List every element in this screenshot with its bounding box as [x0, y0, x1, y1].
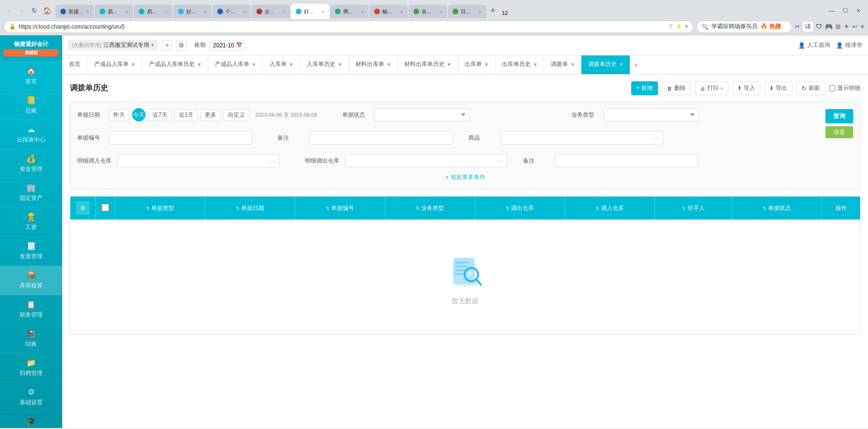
- today-btn[interactable]: 今天: [132, 108, 145, 121]
- page-tab-5[interactable]: 入库单历史 ×: [300, 55, 349, 74]
- shield-icon[interactable]: 🛡: [816, 23, 822, 30]
- collapse-btn[interactable]: ∧ 收起更多条件: [77, 171, 853, 183]
- search-bar[interactable]: 🔍 学霸应聘场驱鸟员 🔥 热搜: [696, 21, 792, 33]
- refresh-btn[interactable]: ↻ 刷新: [796, 81, 825, 95]
- browser-tab-8[interactable]: 腾... ×: [330, 5, 368, 18]
- sidebar-item-archive[interactable]: 📁 归档管理: [0, 353, 62, 383]
- in-warehouse-selector[interactable]: ···: [117, 154, 280, 167]
- status-select[interactable]: [374, 108, 470, 121]
- page-tab-8-close-btn[interactable]: ×: [485, 61, 488, 68]
- goods-selector[interactable]: ···: [501, 131, 663, 144]
- tab-10-close[interactable]: ×: [439, 9, 442, 14]
- browser-tab-9[interactable]: 畅... ×: [369, 5, 408, 18]
- user-btn[interactable]: 👤 徐泽华: [836, 41, 862, 49]
- tab-6-close[interactable]: ×: [282, 9, 285, 14]
- page-tab-6-close-btn[interactable]: ×: [387, 61, 390, 68]
- tab-4-close[interactable]: ×: [204, 9, 207, 14]
- tab-7-close[interactable]: ×: [322, 9, 324, 14]
- page-tab-4-close-btn[interactable]: ×: [289, 61, 293, 68]
- voucher-input[interactable]: [109, 131, 253, 144]
- sidebar-item-settings[interactable]: ⚙ 基础设置: [0, 383, 62, 412]
- brightness-icon[interactable]: ☀: [844, 23, 849, 30]
- custom-btn[interactable]: 自定义: [223, 109, 249, 121]
- page-tab-3-close-btn[interactable]: ×: [252, 61, 256, 68]
- remark2-input[interactable]: [555, 154, 699, 167]
- sidebar-item-closeaccount[interactable]: 📓 结账: [0, 324, 62, 353]
- address-bar[interactable]: 🔒 https://cloud.chanjet.com/accounting/u…: [4, 21, 693, 33]
- print-btn[interactable]: 🖨 打印 ▾: [695, 81, 728, 95]
- yesterday-btn[interactable]: 昨天: [109, 109, 129, 121]
- page-tab-4[interactable]: 入库单 ×: [263, 55, 300, 74]
- table-col-biztype[interactable]: ⇅ 业务类型: [385, 197, 475, 220]
- tab-1-close[interactable]: ×: [86, 9, 89, 14]
- page-tab-home[interactable]: 首页: [62, 55, 88, 74]
- sidebar-item-cloud-report[interactable]: ☁ 云报表中心: [0, 120, 62, 149]
- gear-settings-btn[interactable]: ⚙: [176, 40, 187, 51]
- query-btn[interactable]: 查询: [825, 109, 853, 123]
- page-tab-7[interactable]: 材料出库单历史 ×: [398, 55, 458, 74]
- page-tab-5-close-btn[interactable]: ×: [338, 61, 342, 68]
- remark-input[interactable]: [310, 131, 453, 144]
- nav-refresh-btn[interactable]: ↻: [29, 5, 40, 16]
- company-selector[interactable]: (勿删勿禁用) 江西服宝测试专用 ▾: [68, 40, 158, 51]
- table-col-in-wh[interactable]: ⇅ 调入仓库: [565, 197, 655, 220]
- nav-back-btn[interactable]: ‹: [4, 5, 15, 16]
- gamepad-icon[interactable]: 🎮: [825, 23, 833, 30]
- sidebar-item-salary[interactable]: 👷 工资: [0, 208, 62, 237]
- sidebar-item-invoice[interactable]: 🧾 发票管理: [0, 237, 62, 266]
- page-tab-10-close-btn[interactable]: ×: [571, 61, 574, 68]
- import-btn[interactable]: ⬆ 导入: [732, 81, 760, 95]
- window-maximize-btn[interactable]: ☐: [839, 5, 851, 16]
- browser-tab-7-active[interactable]: 好... ×: [291, 4, 329, 19]
- tab-2-close[interactable]: ×: [125, 9, 128, 14]
- window-minimize-btn[interactable]: —: [826, 5, 837, 16]
- page-tab-8[interactable]: 出库单 ×: [458, 55, 495, 74]
- display-toggle-area[interactable]: 显示明细: [829, 84, 860, 92]
- page-tab-7-close-btn[interactable]: ×: [447, 61, 451, 68]
- new-tab-btn[interactable]: +: [487, 5, 499, 16]
- export-btn[interactable]: ⬇ 导出: [764, 81, 792, 95]
- display-toggle-checkbox[interactable]: [829, 85, 835, 91]
- sidebar-item-capital[interactable]: 💰 资金管理: [0, 149, 62, 178]
- grid-icon[interactable]: ⊞: [835, 23, 841, 30]
- browser-tab-10[interactable]: 各... ×: [409, 5, 447, 18]
- page-tab-3[interactable]: 产成品入库单 ×: [208, 55, 263, 74]
- tab-5-close[interactable]: ×: [243, 9, 246, 14]
- page-tab-11-close-btn[interactable]: ×: [620, 61, 623, 68]
- page-tab-1-close-btn[interactable]: ×: [132, 61, 135, 68]
- sidebar-item-home[interactable]: 🏠 首页: [0, 62, 62, 91]
- page-tab-2[interactable]: 产成品入库单历史 ×: [142, 55, 208, 74]
- page-tab-10[interactable]: 调拨单 ×: [544, 55, 581, 74]
- sidebar-item-tax[interactable]: 📋 税务管理: [0, 295, 62, 324]
- biztype-select[interactable]: [603, 108, 699, 121]
- translate-icon[interactable]: 译: [803, 22, 813, 32]
- browser-tab-6[interactable]: 企... ×: [252, 5, 290, 18]
- tab-8-close[interactable]: ×: [361, 9, 364, 14]
- tab-11-close[interactable]: ×: [479, 9, 481, 14]
- chevron-down-icon[interactable]: ▾: [685, 23, 688, 30]
- out-warehouse-selector[interactable]: ···: [345, 154, 508, 167]
- tab-9-close[interactable]: ×: [400, 9, 403, 14]
- table-col-out-wh[interactable]: ⇅ 调出仓库: [475, 197, 565, 220]
- filter-settings-btn[interactable]: 设置: [825, 126, 853, 138]
- page-tab-6[interactable]: 材料出库单 ×: [349, 55, 398, 74]
- table-col-checkbox[interactable]: [96, 197, 115, 220]
- nav-home-btn[interactable]: 🏠: [41, 5, 53, 16]
- browser-tab-11[interactable]: 目... ×: [448, 5, 486, 18]
- select-all-checkbox[interactable]: [101, 204, 109, 211]
- scissors-icon[interactable]: ✂: [795, 23, 800, 30]
- browser-tab-1[interactable]: 新建... ×: [56, 5, 94, 18]
- browser-tab-3[interactable]: 易... ×: [134, 5, 172, 18]
- page-tab-9-close-btn[interactable]: ×: [534, 61, 537, 68]
- browser-tab-2[interactable]: 易... ×: [95, 5, 133, 18]
- table-col-status[interactable]: ⇅ 单据状态: [732, 197, 822, 220]
- add-company-btn[interactable]: +: [162, 40, 172, 51]
- 7days-btn[interactable]: 近7天: [148, 109, 172, 121]
- delete-btn[interactable]: 🗑 删除: [662, 81, 691, 95]
- table-col-gear[interactable]: ⚙: [70, 197, 96, 220]
- table-col-voucher[interactable]: ⇅ 单据编号: [295, 197, 385, 220]
- new-btn[interactable]: + 新增: [631, 81, 658, 95]
- page-tab-9[interactable]: 出库单历史 ×: [495, 55, 544, 74]
- sidebar-item-ledger[interactable]: 📒 总账: [0, 91, 62, 120]
- window-close-btn[interactable]: ×: [853, 5, 864, 16]
